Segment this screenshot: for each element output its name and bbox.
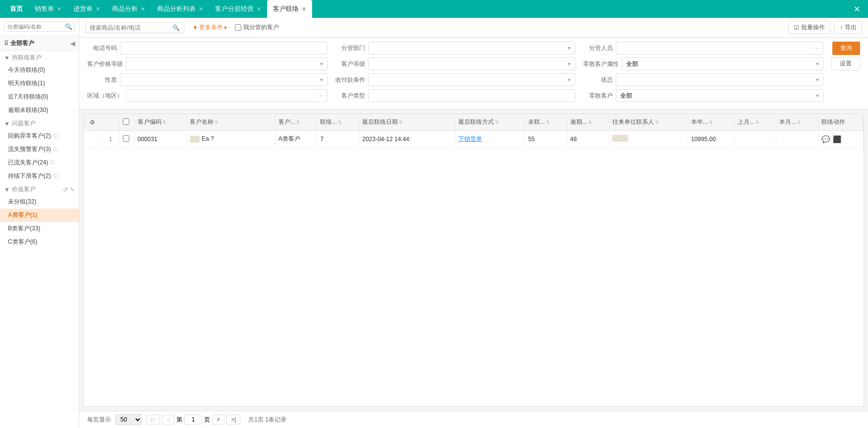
select-all-checkbox[interactable]	[123, 118, 129, 125]
retail-customer-select[interactable]: 全部 ▾	[616, 89, 823, 102]
sidebar-item-a-class[interactable]: A类客户(1)	[0, 209, 79, 222]
th-checkbox	[119, 114, 134, 131]
sidebar-item-c-class[interactable]: C类客户(6)	[0, 235, 79, 249]
sidebar-item-repeat-abnormal[interactable]: 回购异常客户(2)ⓘ	[0, 129, 79, 143]
region-select[interactable]: ···	[126, 89, 327, 102]
sidebar-item-overdue[interactable]: 逾期未联络(30)	[0, 104, 79, 117]
sidebar-item-unclassified[interactable]: 未分组(32)	[0, 195, 79, 209]
filter-customer-type: 客户类型	[335, 89, 576, 102]
nav-tab-customer-contact[interactable]: 客户联络✕	[267, 0, 312, 18]
row-last-method-0: 下销货单	[455, 131, 525, 148]
code-sort-icon: ⇅	[163, 120, 166, 125]
th-last-month-label: 上月...	[738, 118, 755, 126]
customer-level-select[interactable]: ▾	[368, 57, 576, 70]
overdue-sort-icon: ⇅	[588, 120, 592, 125]
th-action-label: 联络动作	[821, 118, 845, 126]
retail-attr-value: 全部	[626, 60, 638, 68]
phone-input[interactable]	[120, 42, 327, 54]
export-button[interactable]: ↑ 导出	[834, 21, 862, 34]
sidebar-group-pending[interactable]: ▼待联络客户	[0, 51, 79, 63]
info-icon-lost: ⓘ	[50, 160, 55, 166]
arrow-value: ▼	[4, 186, 10, 193]
info-icon-continuous-decline: ⓘ	[53, 173, 58, 180]
batch-operation-button[interactable]: ☑ 批量操作	[788, 21, 830, 34]
nav-tab-close-customer-contact[interactable]: ✕	[302, 6, 306, 12]
th-this-month: 本月...⇅	[776, 114, 818, 131]
nav-tab-close-purchase[interactable]: ✕	[96, 6, 100, 12]
qr-icon-0[interactable]: ⬛	[833, 135, 841, 143]
main-search-box[interactable]: 🔍	[85, 22, 184, 33]
status-select[interactable]: ▾	[616, 73, 823, 86]
my-customers-checkbox[interactable]	[235, 24, 241, 31]
method-sort-icon: ⇅	[495, 120, 499, 125]
date-sort-icon: ⇅	[399, 120, 403, 125]
filter-retail-attr: 零散客户属性 全部 ▾	[583, 57, 823, 70]
sidebar-item-b-class[interactable]: B类客户(33)	[0, 222, 79, 235]
last-method-link-0[interactable]: 下销货单	[458, 135, 482, 142]
sidebar-item-tomorrow[interactable]: 明天待联络(1)	[0, 77, 79, 90]
nav-tab-analysis[interactable]: 商品分析✕	[106, 0, 151, 18]
nav-tab-customer-segment[interactable]: 客户分层经营✕	[209, 0, 267, 18]
nav-tab-close-customer-segment[interactable]: ✕	[257, 6, 261, 12]
first-page-button[interactable]: |<	[146, 415, 160, 425]
row-checkbox-0	[119, 131, 134, 148]
payment-select[interactable]: ▾	[368, 73, 576, 86]
chat-icon-0[interactable]: 💬	[821, 135, 830, 143]
row-unit-contact-0	[609, 131, 688, 148]
refresh-icon-value[interactable]: ↺	[63, 186, 68, 193]
th-last-date-label: 最后联络日期	[362, 118, 398, 126]
settings-button[interactable]: 设置	[831, 57, 860, 70]
retail-attr-select[interactable]: 全部 ▾	[622, 57, 823, 70]
edit-icon-value[interactable]: ✎	[70, 186, 75, 193]
content-area: 🔍 ▼ 更多条件 ▾ 我分管的客户 ☑ 批量操作 ↑ 导出	[79, 18, 868, 428]
customer-level-label: 客户等级	[335, 60, 365, 68]
nav-tab-purchase[interactable]: 进货单✕	[67, 0, 106, 18]
price-level-select[interactable]: ▾	[126, 57, 327, 70]
prev-page-button[interactable]: <	[162, 415, 174, 425]
group-label-value: 价值客户	[12, 185, 36, 194]
sidebar: 🔍 ⠿ 全部客户 ◀ ▼待联络客户今天待联络(0)明天待联络(1)近7天待联络(…	[0, 18, 79, 428]
more-filter-button[interactable]: ▼ 更多条件 ▾	[188, 22, 231, 33]
my-customers-checkbox-label[interactable]: 我分管的客户	[235, 23, 279, 32]
window-close-button[interactable]: ✕	[850, 2, 864, 16]
page-number-input[interactable]	[184, 415, 202, 425]
sidebar-item-week[interactable]: 近7天待联络(0)	[0, 90, 79, 104]
next-page-button[interactable]: >	[212, 415, 224, 425]
main-search-input[interactable]	[90, 24, 170, 31]
last-page-button[interactable]: >|	[226, 415, 240, 425]
info-icon-lost-pre: ⓘ	[53, 146, 58, 153]
table-settings-icon[interactable]: ⚙	[90, 119, 95, 126]
sidebar-item-lost-pre[interactable]: 流失预警客户(3)ⓘ	[0, 143, 79, 156]
nav-tab-close-sales[interactable]: ✕	[57, 6, 61, 12]
query-button[interactable]: 查询	[832, 42, 860, 55]
person-select[interactable]: ···	[616, 42, 823, 54]
nav-tab-sales[interactable]: 销售单✕	[29, 0, 67, 18]
sidebar-item-today[interactable]: 今天待联络(0)	[0, 63, 79, 77]
sidebar-item-lost[interactable]: 已流失客户(24)ⓘ	[0, 156, 79, 169]
phone-label: 电话号码	[87, 44, 117, 53]
sidebar-item-continuous-decline[interactable]: 持续下滑客户(2)ⓘ	[0, 169, 79, 183]
toolbar: 🔍 ▼ 更多条件 ▾ 我分管的客户 ☑ 批量操作 ↑ 导出	[79, 18, 868, 38]
th-index	[102, 114, 119, 131]
row-select-0[interactable]	[123, 135, 129, 142]
sidebar-group-problem[interactable]: ▼问题客户	[0, 117, 79, 129]
th-unit-contact: 往来单位联系人⇅	[609, 114, 688, 131]
customer-type-input[interactable]	[368, 89, 576, 102]
nav-tab-analysis-list[interactable]: 商品分析列表✕	[151, 0, 209, 18]
sidebar-group-value[interactable]: ▼价值客户↺✎	[0, 183, 79, 195]
row-no-contact-0: 55	[525, 131, 567, 148]
nature-select[interactable]: ▾	[120, 73, 327, 86]
nav-tab-close-analysis-list[interactable]: ✕	[199, 6, 203, 12]
th-year-label: 本年...	[691, 118, 708, 126]
page-size-select[interactable]: 50 100 200	[115, 414, 142, 425]
all-customers-label: 全部客户	[10, 39, 34, 48]
nav-tab-home[interactable]: 首页	[4, 0, 29, 18]
all-customers-header[interactable]: ⠿ 全部客户 ◀	[0, 36, 79, 51]
filter-row-2: 客户价格等级 ▾ 客户等级 ▾	[87, 57, 823, 70]
th-code: 客户编码⇅	[134, 114, 187, 131]
retail-attr-label: 零散客户属性	[583, 60, 619, 68]
nav-tab-close-analysis[interactable]: ✕	[141, 6, 145, 12]
sidebar-search-input[interactable]	[4, 22, 75, 32]
dept-select[interactable]: ▾	[368, 42, 576, 54]
filter-fields-area: 电话号码 分管部门 ▾ 分管人员	[87, 42, 823, 105]
